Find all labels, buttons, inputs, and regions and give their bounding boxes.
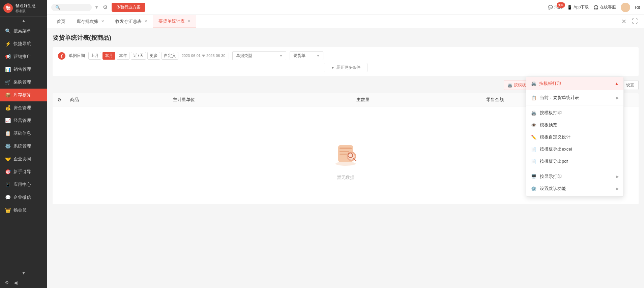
message-badge: 99+ <box>557 2 565 8</box>
date-btn-more[interactable]: 更多 <box>147 52 160 60</box>
sidebar-item-label: 销售管理 <box>13 66 31 72</box>
print-chevron-icon: ▲ <box>615 81 619 86</box>
tab-order-stats-close[interactable]: ✕ <box>187 19 191 23</box>
sidebar-item-collaboration[interactable]: 🤝 企业协同 <box>0 153 47 165</box>
sidebar-item-basic-info[interactable]: 📋 基础信息 <box>0 127 47 140</box>
sidebar-scroll-up[interactable]: ▲ <box>0 17 47 25</box>
print-dropdown-header[interactable]: 🖨️ 按模板打印 ▲ <box>526 77 623 90</box>
sidebar-item-operations[interactable]: 📈 经营管理 <box>0 114 47 127</box>
print-dropdown: 🖨️ 按模板打印 ▲ 📋 当前：要货单统计表 ▶ 🖨️ <box>526 77 624 197</box>
filter-toggle-btn[interactable]: ❮ <box>58 52 65 60</box>
date-btns: 上月 本月 本年 近7天 更多 自定义 <box>88 52 178 60</box>
empty-icon <box>329 137 362 170</box>
sidebar-item-app-center[interactable]: 📱 应用中心 <box>0 178 47 191</box>
empty-text: 暂无数据 <box>337 174 354 181</box>
col-product: 商品 <box>66 93 169 106</box>
sidebar-item-label: 快捷导航 <box>13 41 31 47</box>
date-btn-this-month[interactable]: 本月 <box>103 52 115 60</box>
sidebar-item-quick-nav[interactable]: ⚡ 快捷导航 <box>0 37 47 50</box>
date-btn-custom[interactable]: 自定义 <box>162 52 178 60</box>
username: Rit <box>635 5 640 10</box>
sidebar-item-label: 采购管理 <box>13 79 31 85</box>
tab-receipts-summary-label: 收发存汇总表 <box>115 19 142 25</box>
app-center-icon: 📱 <box>5 182 11 188</box>
default-function-item[interactable]: ⚙️ 设置默认功能 ▶ <box>526 183 623 195</box>
sidebar-item-system[interactable]: ⚙️ 系统管理 <box>0 140 47 153</box>
logo-text: 畅通好生意 标准版 <box>16 3 36 13</box>
expand-caret: ▶ <box>616 96 619 100</box>
expand-icon: ▼ <box>331 65 335 70</box>
date-btn-7days[interactable]: 近7天 <box>131 52 146 60</box>
sidebar-item-guide[interactable]: 🎯 新手引导 <box>0 165 47 178</box>
content: 要货单统计表(按商品) ❮ 单据日期 上月 本月 本年 近7天 更多 自定义 2… <box>47 28 644 288</box>
collapse-icon[interactable]: ◀ <box>14 280 18 285</box>
sidebar-item-marketing[interactable]: 📢 营销推广 <box>0 50 47 63</box>
sidebar-item-sales[interactable]: 📊 销售管理 <box>0 63 47 76</box>
col-unit: 主计量单位 <box>169 93 352 106</box>
message-btn[interactable]: 💬 消息 99+ <box>548 4 562 10</box>
current-template-section: 📋 当前：要货单统计表 ▶ <box>526 90 623 105</box>
expand-row: ▼ 展开更多条件 <box>58 63 633 72</box>
tab-inventory-batch-label: 库存批次账 <box>77 19 98 25</box>
default-caret: ▶ <box>616 187 619 191</box>
tab-receipts-summary-close[interactable]: ✕ <box>144 19 147 24</box>
display-caret: ▶ <box>616 174 619 179</box>
sidebar-item-label: 营销推广 <box>13 54 31 60</box>
tab-inventory-batch[interactable]: 库存批次账 ✕ <box>71 15 110 28</box>
tab-inventory-batch-close[interactable]: ✕ <box>101 19 104 24</box>
tab-order-stats-label: 要货单统计表 <box>158 18 185 24</box>
sidebar-item-label: 经营管理 <box>13 118 31 124</box>
sidebar-item-member[interactable]: 👑 畅会员 <box>0 204 47 217</box>
menu-template-design[interactable]: ✏️ 模板自定义设计 <box>526 131 623 143</box>
order-category-label: 要货单 <box>293 53 315 59</box>
order-category-caret: ▼ <box>316 54 320 58</box>
experience-btn[interactable]: 体验行业方案 <box>112 3 145 12</box>
system-icon: ⚙️ <box>5 143 11 149</box>
tab-expand[interactable]: ⛶ <box>630 17 640 26</box>
menu-template-preview[interactable]: 👁️ 模板预览 <box>526 119 623 131</box>
sidebar-item-inventory[interactable]: 📦 库存核算 <box>0 89 47 101</box>
col-settings[interactable]: ⚙ <box>53 93 66 106</box>
settings-icon[interactable]: ⚙ <box>5 280 9 285</box>
topbar-dropdown-icon[interactable]: ▼ <box>94 5 99 10</box>
tab-receipts-summary[interactable]: 收发存汇总表 ✕ <box>110 15 153 28</box>
sidebar-item-wechat[interactable]: 💬 企业微信 <box>0 191 47 204</box>
display-print-item[interactable]: 🖥️ 按显示打印 ▶ <box>526 170 623 183</box>
expand-more-btn[interactable]: ▼ 展开更多条件 <box>324 63 368 72</box>
online-service-btn[interactable]: 🎧 在线客服 <box>593 4 616 10</box>
sidebar-item-label: 系统管理 <box>13 143 31 149</box>
menu-template-excel[interactable]: 📄 按模板导出excel <box>526 143 623 155</box>
sidebar-item-label: 企业协同 <box>13 156 31 162</box>
topbar-gear-icon[interactable]: ⚙ <box>101 3 109 12</box>
sidebar-item-label: 应用中心 <box>13 182 31 188</box>
date-btn-last-month[interactable]: 上月 <box>88 52 101 60</box>
date-label: 单据日期 <box>69 53 85 59</box>
order-category-select[interactable]: 要货单 ▼ <box>290 51 323 60</box>
menu-template-pdf[interactable]: 📄 按模板导出pdf <box>526 155 623 167</box>
date-btn-this-year[interactable]: 本年 <box>117 52 129 60</box>
tab-home[interactable]: 首页 <box>51 15 71 28</box>
tab-close-all[interactable]: ✕ <box>619 17 628 26</box>
settings-btn[interactable]: 设置 <box>622 80 639 90</box>
preview-icon: 👁️ <box>531 123 536 128</box>
menu-template-print[interactable]: 🖨️ 按模板打印 <box>526 107 623 119</box>
avatar[interactable] <box>621 3 630 12</box>
sidebar-item-search[interactable]: 🔍 搜索菜单 <box>0 25 47 37</box>
app-download-btn[interactable]: 📱 App下载 <box>567 4 589 10</box>
current-template-item[interactable]: 📋 当前：要货单统计表 ▶ <box>526 92 623 104</box>
topbar-search[interactable]: 🔍 <box>51 4 92 11</box>
tab-order-stats[interactable]: 要货单统计表 ✕ <box>153 15 196 28</box>
sidebar-item-label: 新手引导 <box>13 169 31 175</box>
guide-icon: 🎯 <box>5 169 11 175</box>
col-quantity: 主数量 <box>352 93 482 106</box>
search-icon: 🔍 <box>5 28 11 34</box>
sidebar-scroll-down[interactable]: ▼ <box>0 269 47 277</box>
headset-icon: 🎧 <box>593 5 598 10</box>
svg-rect-4 <box>340 154 347 155</box>
sidebar-item-finance[interactable]: 💰 资金管理 <box>0 101 47 114</box>
sidebar-item-label: 资金管理 <box>13 105 31 111</box>
sidebar-logo: 畅 畅通好生意 标准版 <box>0 0 47 17</box>
marketing-icon: 📢 <box>5 54 11 60</box>
type-select[interactable]: 单据类型 ▼ <box>232 51 286 60</box>
sidebar-item-purchase[interactable]: 🛒 采购管理 <box>0 76 47 89</box>
